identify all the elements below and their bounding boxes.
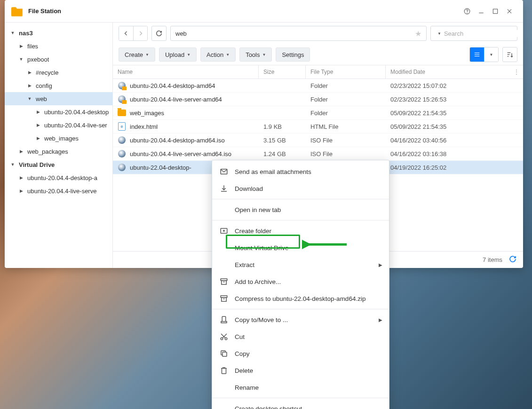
file-row[interactable]: ubuntu-20.04.4-desktop-amd64Folder02/23/…	[113, 79, 523, 93]
tree-item[interactable]: ▶ubuntu-20.04.4-live-serve	[5, 184, 112, 197]
menu-item[interactable]: Extract▶	[212, 256, 389, 273]
chevron-right-icon: ▶	[379, 262, 382, 267]
svg-rect-31	[222, 352, 227, 356]
column-name[interactable]: Name	[113, 65, 259, 79]
favorite-icon[interactable]: ★	[415, 29, 421, 38]
chevron-right-icon: ▶	[35, 135, 41, 142]
menu-item[interactable]: Copy	[212, 345, 389, 362]
menu-item-label: Cut	[235, 333, 245, 340]
tree-root-virtual-drive[interactable]: ▼ Virtual Drive	[5, 158, 112, 171]
tree-item-label: ubuntu-20.04.4-live-ser	[44, 122, 107, 129]
tools-button[interactable]: Tools▼	[239, 47, 272, 62]
menu-item-label: Mount Virtual Drive	[235, 244, 289, 252]
column-size[interactable]: Size	[259, 65, 306, 79]
file-name: ubuntu-20.04.4-desktop-amd64.iso	[130, 137, 225, 144]
menu-item[interactable]: Send as email attachments	[212, 163, 389, 180]
file-row[interactable]: web_imagesFolder05/09/2022 21:54:35	[113, 106, 523, 120]
file-size: 3.15 GB	[259, 134, 306, 147]
file-size	[259, 79, 306, 92]
settings-button[interactable]: Settings	[276, 47, 310, 62]
chevron-right-icon: ▶	[18, 188, 24, 194]
nav-toolbar: web ★ ▼	[113, 23, 523, 44]
tree-item[interactable]: ▶#recycle	[5, 66, 112, 79]
tree-item[interactable]: ▶web_packages	[5, 145, 112, 158]
chevron-right-icon: ▶	[26, 69, 33, 76]
window-title: File Station	[28, 8, 61, 15]
menu-item[interactable]: Compress to ubuntu-22.04-desktop-amd64.z…	[212, 290, 389, 307]
refresh-status-button[interactable]	[509, 255, 516, 264]
tree-item[interactable]: ▶ubuntu-20.04.4-desktop-a	[5, 171, 112, 184]
file-type: ISO File	[306, 147, 386, 160]
tree-item-label: ubuntu-20.04.4-live-serve	[27, 188, 96, 195]
item-count: 7 items	[483, 256, 502, 263]
file-size: 1.9 KB	[259, 120, 306, 133]
cut-icon	[220, 332, 228, 341]
action-button[interactable]: Action▼	[200, 47, 236, 62]
menu-item-label: Copy to/Move to ...	[235, 316, 288, 323]
file-date: 04/16/2022 03:40:56	[386, 134, 523, 147]
forward-button[interactable]	[133, 26, 147, 40]
create-button[interactable]: Create▼	[119, 47, 155, 62]
tree-item[interactable]: ▼pxeboot	[5, 53, 112, 66]
tree-item-label: files	[27, 43, 38, 50]
menu-item-label: Send as email attachments	[235, 168, 311, 175]
chevron-right-icon: ▶	[35, 109, 41, 115]
search-input[interactable]	[444, 30, 523, 37]
titlebar: File Station	[5, 0, 523, 23]
tree-item-label: ubuntu-20.04.4-desktop	[44, 109, 109, 116]
menu-item[interactable]: Create folder	[212, 222, 389, 239]
search-box[interactable]: ▼	[430, 26, 517, 41]
menu-item[interactable]: Mount Virtual Drive	[212, 239, 389, 256]
maximize-button[interactable]	[488, 4, 502, 18]
file-type: Folder	[306, 93, 386, 106]
menu-item[interactable]: Create desktop shortcut	[212, 400, 389, 409]
path-input[interactable]: web ★	[170, 26, 427, 41]
file-type: Folder	[306, 79, 386, 92]
tree-root-nas[interactable]: ▼ nas3	[5, 26, 112, 39]
chevron-down-icon: ▼	[26, 95, 33, 102]
file-row[interactable]: ubuntu-20.04.4-desktop-amd64.iso3.15 GBI…	[113, 134, 523, 147]
menu-item-label: Download	[235, 185, 263, 192]
menu-item[interactable]: Copy to/Move to ...▶	[212, 311, 389, 328]
file-type: ISO File	[306, 134, 386, 147]
upload-button[interactable]: Upload▼	[159, 47, 197, 62]
tree-item[interactable]: ▶ubuntu-20.04.4-desktop	[5, 105, 112, 118]
tree-item[interactable]: ▶files	[5, 39, 112, 53]
minimize-button[interactable]	[474, 4, 488, 18]
disc-icon	[118, 163, 126, 172]
blank-icon	[220, 383, 228, 392]
file-row[interactable]: ubuntu-20.04.4-live-server-amd64Folder02…	[113, 93, 523, 106]
blank-icon	[220, 260, 228, 269]
tree-item[interactable]: ▶config	[5, 79, 112, 92]
menu-item[interactable]: Download	[212, 180, 389, 197]
file-row[interactable]: ubuntu-20.04.4-live-server-amd64.iso1.24…	[113, 147, 523, 161]
close-button[interactable]	[502, 4, 516, 18]
view-dropdown-button[interactable]: ▼	[484, 47, 498, 62]
column-type[interactable]: File Type	[306, 65, 386, 79]
menu-item[interactable]: Rename	[212, 379, 389, 396]
file-date: 05/09/2022 21:54:35	[386, 120, 523, 133]
file-date: 02/23/2022 15:26:53	[386, 93, 523, 106]
list-view-button[interactable]	[470, 47, 484, 62]
tree-item[interactable]: ▶ubuntu-20.04.4-live-ser	[5, 118, 112, 132]
sort-button[interactable]	[502, 47, 517, 62]
refresh-button[interactable]	[151, 26, 167, 41]
back-button[interactable]	[119, 26, 133, 40]
menu-item[interactable]: Open in new tab	[212, 201, 389, 218]
menu-item-label: Extract	[235, 261, 254, 268]
menu-item[interactable]: Add to Archive...	[212, 273, 389, 290]
file-type: Folder	[306, 106, 386, 119]
sidebar: ▼ nas3 ▶files▼pxeboot▶#recycle▶config▼we…	[5, 23, 113, 268]
help-button[interactable]	[460, 4, 474, 18]
tree-item[interactable]: ▼web	[5, 92, 112, 105]
copy-icon	[220, 349, 228, 358]
file-row[interactable]: eindex.html1.9 KBHTML File05/09/2022 21:…	[113, 120, 523, 134]
chevron-down-icon: ▼	[437, 31, 441, 36]
file-date: 05/09/2022 21:54:35	[386, 106, 523, 119]
menu-item[interactable]: Delete	[212, 362, 389, 379]
file-type: HTML File	[306, 120, 386, 133]
column-date[interactable]: Modified Date	[386, 65, 510, 79]
column-menu-icon[interactable]: ⋮	[510, 69, 523, 75]
menu-item[interactable]: Cut	[212, 328, 389, 345]
tree-item[interactable]: ▶web_images	[5, 132, 112, 145]
